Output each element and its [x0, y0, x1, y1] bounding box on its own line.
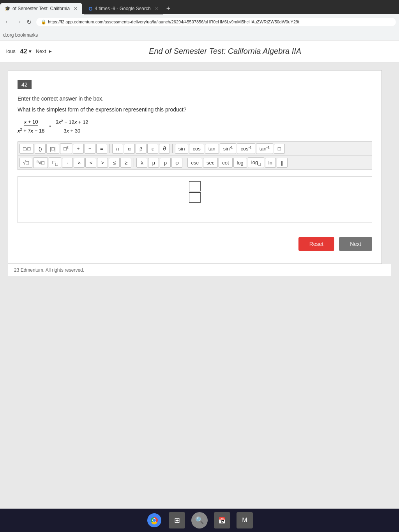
kb-rho[interactable]: ρ: [160, 158, 171, 168]
forward-button[interactable]: →: [14, 18, 23, 26]
kb-nthroot[interactable]: n√□: [33, 157, 48, 168]
kb-theta[interactable]: ϑ: [159, 144, 170, 154]
refresh-button[interactable]: ↻: [25, 18, 33, 27]
frac1-denominator: x2 + 7x − 18: [18, 127, 44, 134]
kb-abs-value[interactable]: |□|: [46, 144, 59, 154]
kb-lambda[interactable]: λ: [136, 158, 147, 168]
keyboard-row-2: √□ n√□ □□ · × < > ≤ ≥ λ μ ρ φ csc sec co…: [18, 156, 372, 170]
answer-denominator: [189, 193, 201, 203]
nav-buttons: ← → ↻: [3, 18, 33, 27]
tab-semester-test[interactable]: 🎓 of Semester Test: California ✕: [0, 3, 82, 14]
gmail-icon: M: [242, 517, 247, 524]
browser-chrome: 🎓 of Semester Test: California ✕ G 4 tim…: [0, 0, 399, 41]
kb-separator-3: [134, 158, 134, 167]
kb-fraction[interactable]: □/□: [19, 144, 34, 154]
calendar-taskbar-icon[interactable]: 📅: [214, 512, 230, 528]
gmail-taskbar-icon[interactable]: M: [237, 512, 253, 528]
answer-denominator-box[interactable]: [189, 193, 201, 203]
kb-plus[interactable]: +: [73, 144, 84, 154]
kb-sin[interactable]: sin: [175, 144, 189, 154]
kb-cos[interactable]: cos: [189, 144, 204, 154]
kb-leq[interactable]: ≤: [109, 158, 120, 168]
footer: 23 Edmentum. All rights reserved.: [8, 264, 391, 276]
bookmarks-text: d.org bookmarks: [3, 32, 38, 38]
kb-arccos[interactable]: cos-1: [237, 143, 255, 154]
kb-times[interactable]: ×: [74, 158, 85, 168]
math-keyboard: □/□ () |□| □2 + − = π α β ε ϑ sin cos ta…: [18, 141, 372, 170]
kb-arcsin[interactable]: sin-1: [220, 143, 237, 154]
footer-text: 23 Edmentum. All rights reserved.: [14, 267, 84, 273]
tab-google[interactable]: G 4 times -9 - Google Search ✕: [84, 3, 163, 14]
search-taskbar-icon[interactable]: 🔍: [191, 512, 208, 528]
kb-geq[interactable]: ≥: [120, 158, 131, 168]
page-title: End of Semester Test: California Algebra…: [57, 47, 393, 56]
kb-tan[interactable]: tan: [205, 144, 219, 154]
kb-equals[interactable]: =: [96, 144, 107, 154]
kb-gt[interactable]: >: [97, 158, 108, 168]
question-number-badge: 42: [18, 80, 32, 89]
answer-numerator: [189, 181, 201, 193]
kb-beta[interactable]: β: [136, 144, 147, 154]
chrome-taskbar-icon[interactable]: [146, 512, 162, 528]
url-text: https://f2.app.edmentum.com/assessments-…: [48, 19, 299, 24]
kb-ln[interactable]: ln: [265, 158, 276, 168]
kb-pi[interactable]: π: [112, 144, 123, 154]
tab-title-2: 4 times -9 - Google Search: [95, 6, 150, 11]
kb-arctan[interactable]: tan-1: [256, 143, 273, 154]
answer-area[interactable]: [18, 176, 372, 223]
frac1-numerator: x + 10: [24, 119, 38, 126]
files-taskbar-icon[interactable]: ⊞: [169, 512, 185, 528]
kb-dot[interactable]: ·: [62, 158, 73, 168]
tab-title-1: of Semester Test: California: [12, 6, 70, 11]
kb-separator-1: [109, 144, 110, 153]
kb-mu[interactable]: μ: [148, 158, 159, 168]
action-buttons: Reset Next: [18, 231, 372, 254]
back-button[interactable]: ←: [3, 18, 12, 26]
kb-separator-2: [172, 144, 173, 153]
svg-point-2: [153, 519, 156, 522]
next-header-button[interactable]: Next ►: [36, 48, 53, 54]
lock-icon: 🔒: [41, 19, 46, 25]
kb-square-1[interactable]: □: [274, 144, 285, 154]
kb-parentheses[interactable]: (): [35, 144, 46, 154]
address-bar: ← → ↻ 🔒 https://f2.app.edmentum.com/asse…: [0, 14, 399, 30]
expression-container: x + 10 x2 + 7x − 18 · 3x2 − 12x + 12 3x …: [18, 119, 372, 134]
next-label: Next: [36, 48, 46, 54]
previous-button[interactable]: ious: [6, 48, 16, 54]
fraction-1: x + 10 x2 + 7x − 18: [18, 119, 44, 134]
kb-sec[interactable]: sec: [203, 158, 218, 168]
question-card: 42 Enter the correct answer in the box. …: [8, 70, 382, 264]
kb-csc[interactable]: csc: [187, 158, 202, 168]
chrome-svg-icon: [147, 513, 161, 527]
kb-phi[interactable]: φ: [171, 158, 182, 168]
tab-close-1[interactable]: ✕: [74, 6, 78, 11]
files-icon: ⊞: [174, 516, 180, 525]
kb-subscript[interactable]: □□: [49, 157, 61, 168]
kb-log[interactable]: log: [233, 158, 247, 168]
tab-close-2[interactable]: ✕: [155, 6, 159, 11]
kb-norm[interactable]: ||: [277, 158, 288, 168]
question-instruction: Enter the correct answer in the box.: [18, 95, 372, 102]
kb-cot[interactable]: cot: [219, 158, 232, 168]
answer-fraction: [23, 181, 367, 203]
kb-sqrt[interactable]: √□: [19, 158, 32, 168]
url-box[interactable]: 🔒 https://f2.app.edmentum.com/assessment…: [36, 18, 396, 26]
tab-favicon: 🎓: [5, 6, 10, 11]
reset-button[interactable]: Reset: [298, 237, 335, 251]
calendar-icon: 📅: [218, 517, 226, 524]
kb-minus[interactable]: −: [85, 144, 95, 154]
frac2-denominator: 3x + 30: [64, 127, 80, 134]
kb-alpha[interactable]: α: [124, 144, 135, 154]
kb-superscript[interactable]: □2: [60, 143, 72, 154]
next-button[interactable]: Next: [339, 237, 372, 251]
frac2-numerator: 3x2 − 12x + 12: [56, 119, 88, 126]
kb-logbase[interactable]: log□: [248, 157, 264, 168]
kb-epsilon[interactable]: ε: [147, 144, 158, 154]
chevron-down-icon: ▾: [29, 49, 31, 54]
new-tab-button[interactable]: +: [163, 5, 174, 13]
answer-numerator-box[interactable]: [189, 181, 201, 191]
fraction-2: 3x2 − 12x + 12 3x + 30: [56, 119, 88, 134]
question-number-selector[interactable]: 42 ▾: [20, 48, 31, 55]
keyboard-row-1: □/□ () |□| □2 + − = π α β ε ϑ sin cos ta…: [18, 142, 372, 156]
kb-lt[interactable]: <: [85, 158, 96, 168]
